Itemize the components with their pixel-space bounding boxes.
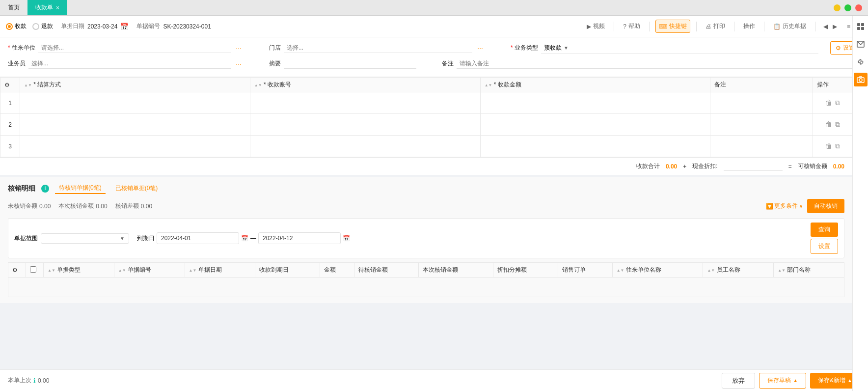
bottom-col-dept: ▲▼ 部门名称 xyxy=(774,263,844,278)
sidebar-email-icon[interactable] xyxy=(854,37,868,51)
col-note-header: 备注 xyxy=(710,78,813,92)
history-btn[interactable]: 📋 历史单据 xyxy=(770,20,809,32)
row-3-account[interactable] xyxy=(250,136,480,157)
row-2-delete-icon[interactable]: 🗑 xyxy=(825,120,832,129)
settings-btn[interactable]: 设置 xyxy=(811,239,838,254)
refund-radio[interactable]: 退款 xyxy=(32,22,53,30)
empty-cell xyxy=(8,278,844,297)
cal-to-icon[interactable]: 📅 xyxy=(343,235,350,242)
bottom-col-settings[interactable]: ⚙ xyxy=(8,263,26,278)
receipt-radio[interactable]: 收款 xyxy=(6,22,27,30)
range-select[interactable]: ▼ xyxy=(41,233,129,244)
row-1-account[interactable] xyxy=(250,92,480,114)
list-layout-icon[interactable]: ≡ xyxy=(845,22,852,31)
staff-more-btn[interactable]: ··· xyxy=(234,60,244,68)
plus-sign: + xyxy=(683,163,686,170)
row-1-note[interactable] xyxy=(710,92,813,114)
bottom-col-counterparty: ▲▼ 往来单位名称 xyxy=(612,263,703,278)
date-to-input[interactable] xyxy=(258,232,341,244)
row-3-amount[interactable] xyxy=(480,136,710,157)
select-all-checkbox[interactable] xyxy=(30,266,36,273)
svg-rect-3 xyxy=(861,27,864,30)
row-2-method[interactable] xyxy=(20,114,250,136)
sort-account-icon[interactable]: ▲▼ xyxy=(254,84,262,87)
sort-method-icon[interactable]: ▲▼ xyxy=(24,84,32,87)
info-icon[interactable]: i xyxy=(41,185,49,193)
counterparty-more-btn[interactable]: ··· xyxy=(234,44,244,52)
col-dept-label: 部门名称 xyxy=(787,266,811,273)
discount-input[interactable] xyxy=(724,162,783,171)
right-sidebar xyxy=(852,16,868,391)
operation-btn[interactable]: 操作 xyxy=(740,20,758,32)
sidebar-link-icon[interactable] xyxy=(854,55,868,69)
window-minimize[interactable] xyxy=(834,4,841,11)
store-field: 门店 ··· xyxy=(269,43,485,53)
nav-arrows: ◀ ▶ xyxy=(821,22,839,31)
business-type-select[interactable]: 预收款 ▼ xyxy=(541,42,818,54)
row-1-amount[interactable] xyxy=(480,92,710,114)
sort-dept-icon[interactable]: ▲▼ xyxy=(778,269,786,273)
row-2-amount[interactable] xyxy=(480,114,710,136)
cal-from-icon[interactable]: 📅 xyxy=(241,235,248,242)
row-3-delete-icon[interactable]: 🗑 xyxy=(825,142,832,150)
tab-close-icon[interactable]: × xyxy=(56,4,59,11)
query-btn[interactable]: 查询 xyxy=(811,223,838,237)
store-input[interactable] xyxy=(284,43,472,53)
sort-counterparty-icon[interactable]: ▲▼ xyxy=(617,269,624,273)
window-close[interactable] xyxy=(855,4,862,11)
business-type-value: 预收款 xyxy=(544,44,562,52)
range-chevron-icon: ▼ xyxy=(120,236,125,241)
auto-verify-btn[interactable]: 自动核销 xyxy=(807,199,844,213)
sort-date-icon[interactable]: ▲▼ xyxy=(189,269,197,273)
done-tab[interactable]: 已核销单据(0笔) xyxy=(111,183,162,194)
number-field-group: 单据编号 SK-20230324-001 xyxy=(136,22,211,30)
row-1-method[interactable] xyxy=(20,92,250,114)
sort-amount-icon[interactable]: ▲▼ xyxy=(485,84,492,87)
row-1-copy-icon[interactable]: ⧉ xyxy=(835,99,840,107)
print-label: 打印 xyxy=(713,22,725,30)
help-btn[interactable]: ? 帮助 xyxy=(620,20,643,32)
video-btn[interactable]: ▶ 视频 xyxy=(584,20,608,32)
abandon-button[interactable]: 放弃 xyxy=(722,373,755,389)
note-input[interactable] xyxy=(457,58,860,69)
staff-field: 业务员 ··· xyxy=(8,58,244,69)
calendar-icon[interactable]: 📅 xyxy=(120,23,129,30)
business-type-field: 业务类型 预收款 ▼ xyxy=(511,42,818,54)
row-2-copy-icon[interactable]: ⧉ xyxy=(835,120,840,129)
shortcut-btn[interactable]: ⌨ 快捷键 xyxy=(655,20,690,33)
row-2-account[interactable] xyxy=(250,114,480,136)
more-conditions-btn[interactable]: 🔽 更多条件 ∧ xyxy=(766,202,803,210)
next-arrow[interactable]: ▶ xyxy=(831,22,839,31)
verify-section: 核销明细 i 待核销单据(0笔) 已核销单据(0笔) 未核销金额 0.00 本次… xyxy=(0,177,852,303)
col-note-label: 备注 xyxy=(714,81,726,88)
sidebar-table-icon[interactable] xyxy=(854,20,868,33)
form-row-2: 业务员 ··· 摘要 备注 xyxy=(8,58,860,69)
row-1-delete-icon[interactable]: 🗑 xyxy=(825,99,832,107)
row-3-copy-icon[interactable]: ⧉ xyxy=(835,142,840,150)
row-2-num: 2 xyxy=(0,114,20,136)
tab-receipt[interactable]: 收款单 × xyxy=(27,0,67,15)
refund-label: 退款 xyxy=(41,22,53,30)
save-draft-button[interactable]: 保存草稿 ▲ xyxy=(759,373,806,389)
sort-number-icon[interactable]: ▲▼ xyxy=(118,269,126,273)
row-2-note[interactable] xyxy=(710,114,813,136)
sort-staff-icon[interactable]: ▲▼ xyxy=(707,269,715,273)
col-settings-header[interactable]: ⚙ xyxy=(0,78,20,92)
tab-home[interactable]: 首页 xyxy=(0,0,27,15)
prev-arrow[interactable]: ◀ xyxy=(821,22,830,31)
summary-input[interactable] xyxy=(284,58,416,69)
pending-tab[interactable]: 待核销单据(0笔) xyxy=(55,183,106,194)
staff-input[interactable] xyxy=(28,58,231,69)
col-due-label: 收款到期日 xyxy=(259,266,289,273)
store-more-btn[interactable]: ··· xyxy=(475,44,485,52)
table-footer: 收款合计 0.00 + 现金折扣: = 可核销金额 0.00 xyxy=(0,157,852,175)
print-btn[interactable]: 🖨 打印 xyxy=(703,20,728,32)
sidebar-camera-icon[interactable] xyxy=(854,73,868,86)
settings-icon: ⚙ xyxy=(4,82,10,88)
sort-type-icon[interactable]: ▲▼ xyxy=(48,269,55,273)
row-3-note[interactable] xyxy=(710,136,813,157)
date-from-input[interactable] xyxy=(157,232,239,244)
row-3-method[interactable] xyxy=(20,136,250,157)
window-maximize[interactable] xyxy=(844,4,851,11)
counterparty-input[interactable] xyxy=(38,43,231,53)
